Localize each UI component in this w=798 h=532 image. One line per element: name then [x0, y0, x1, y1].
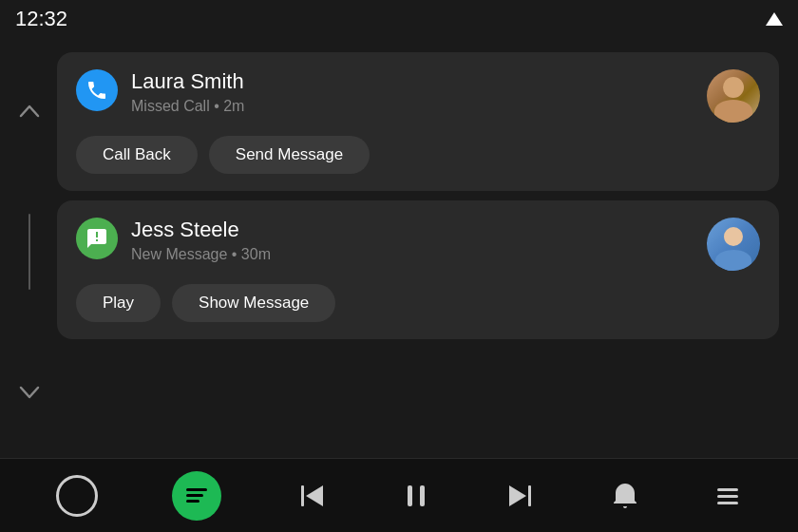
- next-track-button[interactable]: [505, 481, 536, 511]
- home-button[interactable]: [56, 475, 98, 517]
- card-left-2: Jess Steele New Message • 30m: [76, 218, 271, 263]
- status-time: 12:32: [15, 7, 67, 31]
- card-actions-2: Play Show Message: [76, 284, 760, 322]
- contact-name-2: Jess Steele: [131, 218, 271, 242]
- svg-rect-8: [717, 495, 738, 498]
- spotify-bar-3: [186, 500, 200, 503]
- status-icons: [766, 10, 783, 28]
- spotify-bar-2: [186, 494, 203, 497]
- status-bar: 12:32: [0, 0, 798, 38]
- more-icon: [713, 482, 742, 510]
- show-message-button[interactable]: Show Message: [172, 284, 335, 322]
- notifications-button[interactable]: [611, 482, 639, 510]
- scroll-divider: [28, 214, 30, 290]
- avatar-jess: [707, 218, 760, 271]
- scroll-up-arrow[interactable]: [19, 104, 40, 118]
- home-circle-icon: [56, 475, 98, 517]
- scroll-down-arrow[interactable]: [19, 386, 40, 399]
- more-button[interactable]: [713, 482, 742, 510]
- skip-next-icon: [505, 481, 536, 511]
- pause-button[interactable]: [401, 481, 431, 511]
- pause-icon: [401, 481, 431, 511]
- notification-card-new-message: Jess Steele New Message • 30m Play Show …: [57, 200, 779, 339]
- bell-icon: [611, 482, 639, 510]
- bottom-nav: [0, 458, 798, 532]
- scroll-arrows: [19, 48, 40, 456]
- call-back-button[interactable]: Call Back: [76, 136, 198, 174]
- svg-marker-0: [766, 12, 783, 26]
- prev-track-button[interactable]: [296, 481, 327, 511]
- card-header-2: Jess Steele New Message • 30m: [76, 218, 760, 271]
- svg-rect-4: [420, 485, 425, 506]
- phone-app-icon: [76, 69, 118, 111]
- svg-rect-3: [408, 485, 412, 506]
- svg-rect-7: [717, 488, 738, 491]
- svg-marker-2: [306, 485, 323, 506]
- signal-icon: [766, 10, 783, 28]
- notification-card-missed-call: Laura Smith Missed Call • 2m Call Back S…: [57, 52, 779, 191]
- spotify-bar-1: [186, 488, 207, 491]
- message-app-icon: [76, 218, 118, 259]
- svg-rect-1: [301, 485, 304, 506]
- spotify-bars-icon: [186, 488, 207, 503]
- spotify-button[interactable]: [172, 471, 221, 521]
- send-message-button[interactable]: Send Message: [209, 136, 370, 174]
- svg-rect-5: [528, 485, 531, 506]
- card-header-1: Laura Smith Missed Call • 2m: [76, 69, 760, 123]
- notification-detail-2: New Message • 30m: [131, 246, 271, 263]
- card-text-2: Jess Steele New Message • 30m: [131, 218, 271, 263]
- skip-previous-icon: [296, 481, 327, 511]
- play-button[interactable]: Play: [76, 284, 161, 322]
- contact-name-1: Laura Smith: [131, 69, 244, 94]
- card-left-1: Laura Smith Missed Call • 2m: [76, 69, 244, 115]
- card-text-1: Laura Smith Missed Call • 2m: [131, 69, 244, 115]
- notification-detail-1: Missed Call • 2m: [131, 98, 244, 115]
- card-actions-1: Call Back Send Message: [76, 136, 760, 174]
- svg-marker-6: [509, 485, 526, 506]
- spotify-icon: [172, 471, 221, 521]
- avatar-laura: [707, 69, 760, 123]
- notifications-area: Laura Smith Missed Call • 2m Call Back S…: [57, 43, 779, 456]
- svg-rect-9: [717, 502, 738, 504]
